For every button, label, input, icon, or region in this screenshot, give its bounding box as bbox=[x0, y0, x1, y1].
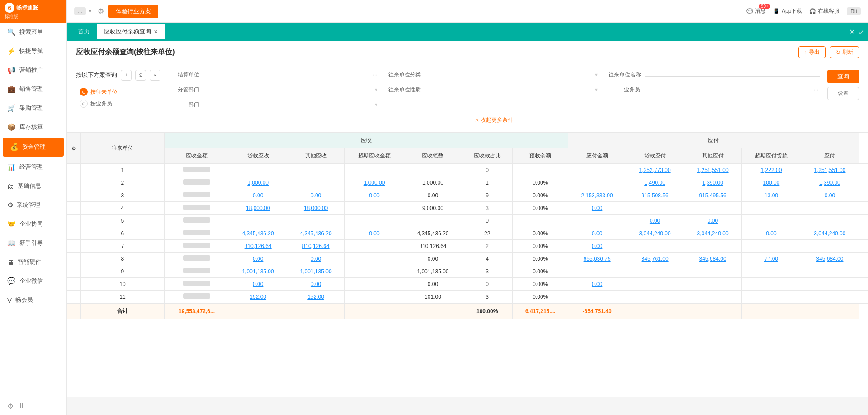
field-lwdwxz[interactable]: ▾ bbox=[425, 85, 600, 95]
sidebar-item-quicknav[interactable]: ⚡ 快捷导航 bbox=[0, 42, 66, 61]
page-title: 应收应付余额查询(按往来单位) bbox=[76, 48, 175, 57]
row-ap-other[interactable]: 0.00 bbox=[742, 227, 801, 240]
sidebar-item-guide[interactable]: 📖 新手引导 bbox=[0, 234, 66, 253]
row-ap-amt[interactable]: 1,252,773.00 bbox=[626, 164, 684, 176]
sidebar-item-sales[interactable]: 💼 销售管理 bbox=[0, 80, 66, 99]
collapse-footer-icon[interactable]: ⏸ bbox=[18, 402, 25, 410]
row-ap-loan[interactable]: 915,495.56 bbox=[684, 189, 742, 202]
row-ar-amt[interactable]: 18,000.00 bbox=[229, 202, 287, 215]
row-ap-amt[interactable]: 345,761.00 bbox=[626, 253, 684, 265]
gear-icon[interactable]: ⚙ bbox=[98, 7, 104, 15]
row-ar-prepay[interactable]: 0.00 bbox=[568, 278, 626, 291]
row-ar-prepay[interactable]: 0.00 bbox=[568, 227, 626, 240]
export-button[interactable]: ↑ 导出 bbox=[798, 46, 826, 58]
field-jsdw[interactable]: ··· bbox=[203, 70, 379, 80]
row-ap-loan[interactable]: 345,684.00 bbox=[684, 253, 742, 265]
row-ap-loan[interactable]: 1,251,551.00 bbox=[684, 164, 742, 176]
online-service-button[interactable]: 🎧 在线客服 bbox=[809, 7, 840, 15]
query-button[interactable]: 查询 bbox=[827, 70, 859, 83]
quicknav-icon: ⚡ bbox=[7, 47, 16, 55]
sidebar-item-management[interactable]: 📊 经营管理 bbox=[0, 157, 66, 176]
row-ar-loan[interactable]: 152.00 bbox=[287, 291, 345, 304]
field-lwdwmc[interactable] bbox=[645, 73, 820, 77]
sidebar-item-hardware[interactable]: 🖥 智能硬件 bbox=[0, 253, 66, 272]
add-filter-button[interactable]: + bbox=[121, 70, 132, 81]
tab-close-icon[interactable]: ✕ bbox=[154, 29, 158, 35]
row-ar-loan[interactable]: 18,000.00 bbox=[287, 202, 345, 215]
row-ap-other[interactable]: 77.00 bbox=[742, 253, 801, 265]
row-ap-overdue[interactable]: 1,251,551.00 bbox=[801, 164, 859, 176]
row-ap-loan[interactable]: 3,044,240.00 bbox=[684, 227, 742, 240]
row-ar-other[interactable]: 0.00 bbox=[345, 227, 404, 240]
row-ar-amt[interactable]: 152.00 bbox=[229, 291, 287, 304]
row-ar-amt[interactable]: 1,000.00 bbox=[229, 176, 287, 189]
row-ap-other[interactable]: 100.00 bbox=[742, 176, 801, 189]
row-ar-loan[interactable]: 4,345,436.20 bbox=[287, 227, 345, 240]
tab-home[interactable]: 首页 bbox=[71, 24, 97, 39]
row-ar-loan[interactable]: 0.00 bbox=[287, 278, 345, 291]
sidebar-item-inventory[interactable]: 📦 库存核算 bbox=[0, 118, 66, 137]
scheme-item-1[interactable]: ⊙ 按往来单位 bbox=[80, 86, 160, 98]
sidebar-item-collab[interactable]: 🤝 企业协同 bbox=[0, 215, 66, 234]
sidebar-item-system[interactable]: ⚙ 系统管理 bbox=[0, 196, 66, 215]
sidebar-item-member[interactable]: V 畅会员 bbox=[0, 291, 66, 310]
row-ar-amt[interactable]: 0.00 bbox=[229, 253, 287, 265]
settings-footer-icon[interactable]: ⚙ bbox=[7, 402, 14, 410]
field-fgbm[interactable]: ▾ bbox=[203, 85, 379, 95]
row-ap-overdue[interactable]: 0.00 bbox=[801, 189, 859, 202]
sidebar-item-label: 企业协同 bbox=[19, 220, 43, 228]
row-ap-loan[interactable]: 0.00 bbox=[684, 215, 742, 227]
row-ar-loan[interactable]: 0.00 bbox=[287, 253, 345, 265]
scheme-item-2[interactable]: ⊙ 按业务员 bbox=[80, 98, 160, 110]
row-ap-amt[interactable]: 0.00 bbox=[626, 215, 684, 227]
row-ar-prepay[interactable]: 2,153,333.00 bbox=[568, 189, 626, 202]
row-ap-other[interactable]: 1,222.00 bbox=[742, 164, 801, 176]
row-ap-overdue[interactable]: 1,390.00 bbox=[801, 176, 859, 189]
close-window-icon[interactable]: ✕ bbox=[849, 28, 855, 36]
expand-icon[interactable]: ⤢ bbox=[859, 28, 864, 36]
sidebar-item-finance[interactable]: 💰 资金管理 bbox=[3, 138, 64, 157]
row-ar-loan[interactable]: 0.00 bbox=[287, 189, 345, 202]
sidebar-item-marketing[interactable]: 📢 营销推广 bbox=[0, 61, 66, 80]
field-bm[interactable]: ▾ bbox=[203, 100, 379, 110]
row-ar-amt[interactable]: 1,001,135.00 bbox=[229, 265, 287, 278]
row-ap-loan[interactable]: 1,390.00 bbox=[684, 176, 742, 189]
row-ap-overdue[interactable]: 345,684.00 bbox=[801, 253, 859, 265]
sidebar-item-wechat[interactable]: 💬 企业微信 bbox=[0, 272, 66, 291]
row-ap-amt[interactable]: 3,044,240.00 bbox=[626, 227, 684, 240]
row-ar-loan[interactable]: 810,126.64 bbox=[287, 240, 345, 253]
user-avatar[interactable]: Rit bbox=[847, 7, 861, 15]
table-settings-col[interactable]: ⚙ bbox=[67, 133, 81, 164]
sidebar-item-basic-info[interactable]: 🗂 基础信息 bbox=[0, 176, 66, 196]
filter-settings-icon[interactable]: ⊙ bbox=[135, 70, 146, 81]
row-partner-name bbox=[164, 227, 229, 240]
tab-ar-balance[interactable]: 应收应付余额查询 ✕ bbox=[97, 24, 165, 39]
collapse-more-btn[interactable]: ∧ 收起更多条件 bbox=[168, 114, 820, 127]
field-lwdwfl[interactable]: ▾ bbox=[425, 70, 600, 80]
row-ar-other[interactable]: 1,000.00 bbox=[345, 176, 404, 189]
message-button[interactable]: 💬 消息 99+ bbox=[746, 7, 766, 15]
sidebar-item-purchase[interactable]: 🛒 采购管理 bbox=[0, 99, 66, 118]
blurred-name bbox=[183, 268, 210, 273]
sidebar-item-search[interactable]: 🔍 搜索菜单 bbox=[0, 23, 66, 42]
row-ar-amt[interactable]: 810,126.64 bbox=[229, 240, 287, 253]
row-ar-prepay[interactable]: 655,636.75 bbox=[568, 253, 626, 265]
refresh-button[interactable]: ↻ 刷新 bbox=[830, 46, 859, 58]
row-ar-amt[interactable]: 0.00 bbox=[229, 189, 287, 202]
promo-button[interactable]: 体验行业方案 bbox=[108, 5, 158, 18]
row-ar-loan[interactable]: 1,001,135.00 bbox=[287, 265, 345, 278]
row-ar-prepay[interactable]: 0.00 bbox=[568, 202, 626, 215]
settings-button[interactable]: 设置 bbox=[827, 87, 859, 100]
row-ar-other[interactable]: 0.00 bbox=[345, 189, 404, 202]
table-container[interactable]: ⚙ 往来单位 应收 应付 应收金额 贷款应收 其他应收 超期应收金额 应收笔数 bbox=[67, 133, 868, 397]
row-ap-amt[interactable]: 915,508.56 bbox=[626, 189, 684, 202]
row-ar-prepay[interactable]: 0.00 bbox=[568, 240, 626, 253]
row-ar-amt[interactable]: 0.00 bbox=[229, 278, 287, 291]
collapse-filter-icon[interactable]: « bbox=[150, 70, 160, 81]
field-ywy[interactable]: ··· bbox=[644, 85, 820, 95]
row-ap-other[interactable]: 13.00 bbox=[742, 189, 801, 202]
row-ap-overdue[interactable]: 3,044,240.00 bbox=[801, 227, 859, 240]
app-download-button[interactable]: 📱 App下载 bbox=[773, 7, 802, 15]
row-ap-amt[interactable]: 1,490.00 bbox=[626, 176, 684, 189]
row-ar-amt[interactable]: 4,345,436.20 bbox=[229, 227, 287, 240]
